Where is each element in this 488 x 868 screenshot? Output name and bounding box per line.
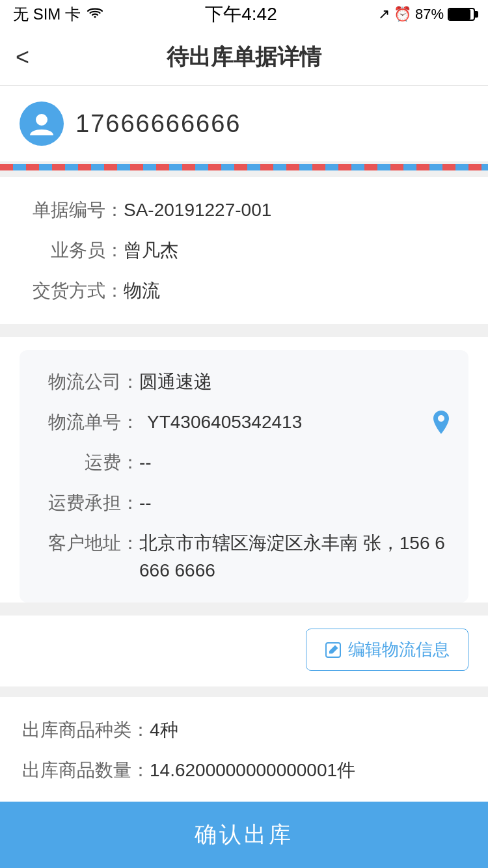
carrier-text: 无 SIM 卡 [13, 4, 81, 25]
freight-bearer-value: -- [139, 489, 453, 517]
logistics-section: 物流公司： 圆通速递 物流单号： YT43064053424​13 运费： --… [20, 350, 468, 603]
delivery-value: 物流 [124, 277, 468, 305]
battery-text: 87% [415, 6, 444, 23]
edit-logistics-label: 编辑物流信息 [348, 638, 450, 661]
freight-row: 运费： -- [35, 449, 453, 476]
avatar [20, 102, 64, 146]
freight-bearer-label: 运费承担： [35, 489, 139, 517]
status-bar: 无 SIM 卡 下午4:42 ↗ ⏰ 87% [0, 0, 488, 29]
delivery-label: 交货方式： [20, 277, 124, 305]
goods-quantity-value: 14.620000000000​0001件 [150, 757, 468, 784]
confirm-button[interactable]: 确认出库 [0, 802, 488, 868]
location-status-icon: ↗ [378, 6, 390, 23]
freight-bearer-row: 运费承担： -- [35, 489, 453, 517]
address-row: 客户地址： 北京市市辖区海淀区永丰南 张，156 6666 6666 [35, 530, 453, 584]
delivery-method-row: 交货方式： 物流 [20, 277, 468, 305]
tracking-value: YT43064053424​13 [147, 409, 422, 436]
goods-quantity-row: 出库商品数量： 14.620000000000​0001件 [20, 757, 468, 784]
salesperson-row: 业务员： 曾凡杰 [20, 237, 468, 264]
goods-types-value: 4种 [150, 716, 468, 744]
status-time: 下午4:42 [205, 2, 277, 27]
section-divider [0, 686, 488, 697]
confirm-button-label: 确认出库 [195, 820, 293, 850]
salesperson-value: 曾凡杰 [124, 237, 468, 264]
document-info-section: 单据编号： SA-20191227-001 业务员： 曾凡杰 交货方式： 物流 [0, 177, 488, 324]
page-title: 待出库单据详情 [167, 42, 321, 72]
document-number-value: SA-20191227-001 [124, 197, 468, 224]
goods-types-row: 出库商品种类： 4种 [20, 716, 468, 744]
salesperson-label: 业务员： [20, 237, 124, 264]
tracking-label: 物流单号： [35, 409, 139, 436]
svg-point-0 [36, 114, 47, 126]
nav-bar: < 待出库单据详情 [0, 29, 488, 86]
goods-quantity-label: 出库商品数量： [20, 757, 150, 784]
wifi-icon [86, 5, 104, 23]
user-phone: 17666666666 [75, 110, 241, 138]
goods-types-label: 出库商品种类： [20, 716, 150, 744]
battery-icon [448, 8, 475, 21]
tracking-number-row: 物流单号： YT43064053424​13 [35, 409, 453, 436]
logistics-company-label: 物流公司： [35, 368, 139, 396]
goods-section: 出库商品种类： 4种 出库商品数量： 14.620000000000​0001件 [0, 697, 488, 797]
document-number-row: 单据编号： SA-20191227-001 [20, 197, 468, 224]
edit-logistics-button[interactable]: 编辑物流信息 [306, 629, 468, 671]
tracking-location-icon[interactable] [429, 411, 453, 434]
address-label: 客户地址： [35, 530, 139, 557]
logistics-company-row: 物流公司： 圆通速递 [35, 368, 453, 396]
freight-value: -- [139, 449, 453, 476]
document-number-label: 单据编号： [20, 197, 124, 224]
edit-logistics-row: 编辑物流信息 [0, 616, 488, 686]
alarm-icon: ⏰ [394, 6, 411, 23]
dashed-divider [0, 164, 488, 170]
status-right: ↗ ⏰ 87% [378, 6, 475, 23]
back-button[interactable]: < [16, 44, 29, 71]
status-left: 无 SIM 卡 [13, 4, 104, 25]
freight-label: 运费： [35, 449, 139, 476]
logistics-outer: 物流公司： 圆通速递 物流单号： YT43064053424​13 运费： --… [0, 337, 488, 603]
logistics-company-value: 圆通速递 [139, 368, 453, 396]
address-value: 北京市市辖区海淀区永丰南 张，156 6666 6666 [139, 530, 453, 584]
user-header: 17666666666 [0, 86, 488, 161]
